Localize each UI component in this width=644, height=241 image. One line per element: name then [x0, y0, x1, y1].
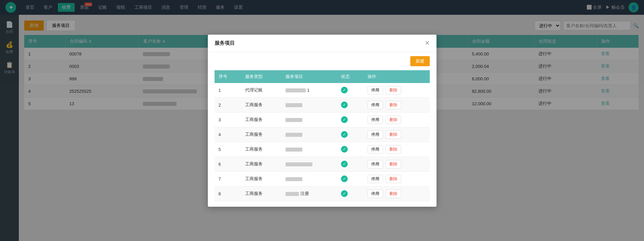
delete-button[interactable]: 删除	[386, 160, 401, 168]
modal-cell-type: 工商服务	[241, 112, 282, 127]
status-check-icon: ✓	[341, 87, 348, 93]
stop-button[interactable]: 停用	[368, 160, 383, 168]
stop-button[interactable]: 停用	[368, 175, 383, 183]
modal-cell-type: 工商服务	[241, 157, 282, 171]
modal-cell-type: 工商服务	[241, 127, 282, 142]
modal-cell-seq: 5	[215, 142, 241, 157]
status-check-icon: ✓	[341, 116, 348, 123]
modal-table-row: 2 工商服务 ✓ 停用 删除	[215, 97, 430, 112]
modal-cell-status: ✓	[337, 83, 364, 98]
modal-col-type: 服务类型	[241, 70, 282, 83]
modal-cell-status: ✓	[337, 186, 364, 201]
modal-table-row: 8 工商服务 注册 ✓ 停用 删除	[215, 186, 430, 201]
modal-table-row: 3 工商服务 ✓ 停用 删除	[215, 112, 430, 127]
stop-button[interactable]: 停用	[368, 190, 383, 198]
modal-table-row: 1 代理记账 1 ✓ 停用 删除	[215, 83, 430, 98]
modal-col-status: 状态	[337, 70, 364, 83]
modal-cell-status: ✓	[337, 97, 364, 112]
modal-col-seq: 序号	[215, 70, 241, 83]
modal-header: 服务项目 ✕	[208, 35, 437, 52]
status-check-icon: ✓	[341, 146, 348, 153]
status-check-icon: ✓	[341, 190, 348, 197]
delete-button[interactable]: 删除	[386, 130, 401, 139]
status-check-icon: ✓	[341, 131, 348, 138]
modal-cell-seq: 3	[215, 112, 241, 127]
delete-button[interactable]: 删除	[386, 86, 401, 94]
modal-cell-seq: 7	[215, 171, 241, 186]
modal-cell-item	[281, 171, 337, 186]
modal-cell-seq: 2	[215, 97, 241, 112]
modal-cell-seq: 4	[215, 127, 241, 142]
modal-close-button[interactable]: ✕	[425, 40, 430, 46]
modal-cell-status: ✓	[337, 171, 364, 186]
modal-cell-item: 注册	[281, 186, 337, 201]
stop-button[interactable]: 停用	[368, 116, 383, 124]
delete-button[interactable]: 删除	[386, 101, 401, 109]
delete-button[interactable]: 删除	[386, 190, 401, 198]
modal-cell-status: ✓	[337, 112, 364, 127]
modal-cell-action: 停用 删除	[364, 171, 429, 186]
modal-title: 服务项目	[215, 40, 235, 46]
stop-button[interactable]: 停用	[368, 130, 383, 139]
modal-cell-action: 停用 删除	[364, 127, 429, 142]
service-table: 序号 服务类型 服务项目 状态 操作 1 代理记账 1 ✓ 停用 删除	[215, 70, 430, 201]
stop-button[interactable]: 停用	[368, 86, 383, 94]
modal-cell-seq: 6	[215, 157, 241, 171]
modal-cell-status: ✓	[337, 157, 364, 171]
modal-cell-type: 工商服务	[241, 186, 282, 201]
delete-button[interactable]: 删除	[386, 175, 401, 183]
delete-button[interactable]: 删除	[386, 116, 401, 124]
service-modal: 服务项目 ✕ 新建 序号 服务类型 服务项目 状态 操作 1 代理记账 1	[208, 35, 437, 207]
modal-cell-status: ✓	[337, 127, 364, 142]
status-check-icon: ✓	[341, 102, 348, 108]
status-check-icon: ✓	[341, 175, 348, 182]
stop-button[interactable]: 停用	[368, 145, 383, 154]
modal-table-row: 4 工商服务 ✓ 停用 删除	[215, 127, 430, 142]
modal-cell-action: 停用 删除	[364, 97, 429, 112]
modal-cell-action: 停用 删除	[364, 142, 429, 157]
modal-cell-action: 停用 删除	[364, 83, 429, 98]
stop-button[interactable]: 停用	[368, 101, 383, 109]
modal-cell-item	[281, 142, 337, 157]
modal-cell-status: ✓	[337, 142, 364, 157]
modal-cell-type: 代理记账	[241, 83, 282, 98]
modal-cell-type: 工商服务	[241, 142, 282, 157]
modal-cell-type: 工商服务	[241, 97, 282, 112]
delete-button[interactable]: 删除	[386, 145, 401, 154]
modal-cell-item	[281, 97, 337, 112]
modal-table-row: 7 工商服务 ✓ 停用 删除	[215, 171, 430, 186]
status-check-icon: ✓	[341, 161, 348, 167]
modal-col-item: 服务项目	[281, 70, 337, 83]
modal-body: 序号 服务类型 服务项目 状态 操作 1 代理记账 1 ✓ 停用 删除	[208, 70, 437, 207]
modal-cell-item	[281, 127, 337, 142]
modal-cell-action: 停用 删除	[364, 157, 429, 171]
modal-cell-type: 工商服务	[241, 171, 282, 186]
modal-toolbar: 新建	[208, 52, 437, 70]
modal-table-row: 5 工商服务 ✓ 停用 删除	[215, 142, 430, 157]
modal-col-action: 操作	[364, 70, 429, 83]
modal-new-button[interactable]: 新建	[410, 56, 430, 66]
modal-cell-action: 停用 删除	[364, 112, 429, 127]
modal-cell-item	[281, 157, 337, 171]
modal-cell-seq: 8	[215, 186, 241, 201]
modal-cell-item: 1	[281, 83, 337, 98]
modal-cell-action: 停用 删除	[364, 186, 429, 201]
modal-table-row: 6 工商服务 ✓ 停用 删除	[215, 157, 430, 171]
modal-cell-item	[281, 112, 337, 127]
modal-cell-seq: 1	[215, 83, 241, 98]
